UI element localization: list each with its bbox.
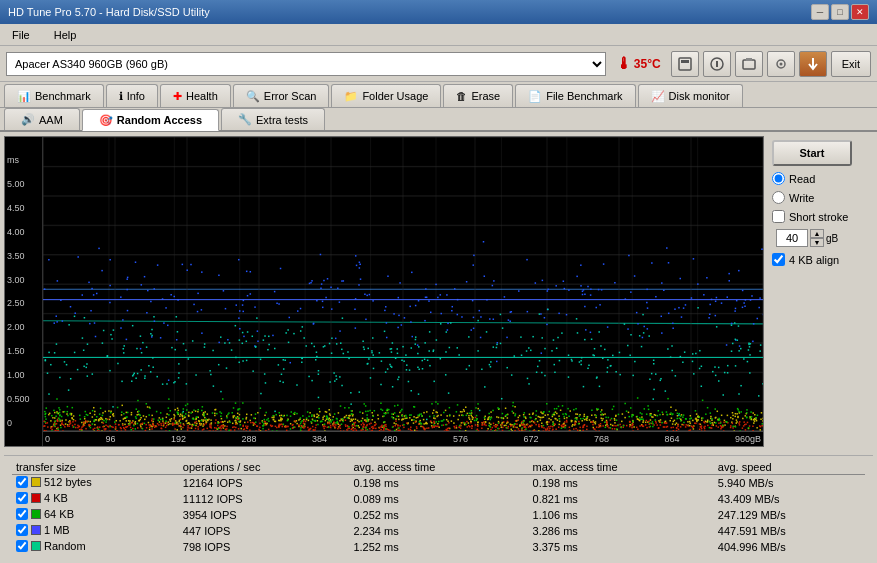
read-radio-row: Read [772,172,869,185]
short-stroke-row: Short stroke [772,210,869,223]
erase-icon: 🗑 [456,90,467,102]
col-avg-speed: avg. speed [714,460,865,475]
tab-info[interactable]: ℹ Info [106,84,158,107]
aam-icon: 🔊 [21,113,35,126]
y-label-1: 1.00 [7,370,40,380]
tab-extra-tests[interactable]: 🔧 Extra tests [221,108,325,130]
menu-bar: File Help [0,24,877,46]
y-label-2: 2.00 [7,322,40,332]
y-label-0: 0 [7,418,40,428]
icon-btn-3[interactable] [735,51,763,77]
cell-ops-1: 11112 IOPS [179,491,350,507]
file-benchmark-icon: 📄 [528,90,542,103]
svg-rect-4 [743,60,755,69]
y-label-05: 0.500 [7,394,40,404]
spin-up[interactable]: ▲ [810,229,824,238]
x-label-480: 480 [382,434,397,444]
short-stroke-value[interactable] [776,229,808,247]
cell-ops-2: 3954 IOPS [179,507,350,523]
exit-button[interactable]: Exit [831,51,871,77]
chart-area: ms 5.00 4.50 4.00 3.50 3.00 2.50 2.00 1.… [4,136,764,447]
folder-icon: 📁 [344,90,358,103]
cell-max-1: 0.821 ms [529,491,714,507]
temperature-display: 🌡 35°C [610,55,667,73]
bottom-area: transfer size operations / sec avg. acce… [4,455,873,559]
tab-folder-usage[interactable]: 📁 Folder Usage [331,84,441,107]
minimize-button[interactable]: ─ [811,4,829,20]
tab-erase[interactable]: 🗑 Erase [443,84,513,107]
cell-label-4: Random [12,539,179,555]
col-ops: operations / sec [179,460,350,475]
icon-btn-4[interactable] [767,51,795,77]
maximize-button[interactable]: □ [831,4,849,20]
menu-file[interactable]: File [8,28,34,42]
start-button[interactable]: Start [772,140,852,166]
cell-speed-4: 404.996 MB/s [714,539,865,555]
cell-max-2: 1.106 ms [529,507,714,523]
y-axis: ms 5.00 4.50 4.00 3.50 3.00 2.50 2.00 1.… [5,137,43,446]
table-body: 512 bytes 12164 IOPS 0.198 ms 0.198 ms 5… [12,475,865,556]
short-stroke-spinner: ▲ ▼ [810,229,824,247]
cell-speed-0: 5.940 MB/s [714,475,865,492]
write-radio[interactable] [772,191,785,204]
close-button[interactable]: ✕ [851,4,869,20]
y-label-4: 4.00 [7,227,40,237]
x-label-768: 768 [594,434,609,444]
y-label-15: 1.50 [7,346,40,356]
error-scan-icon: 🔍 [246,90,260,103]
disk-monitor-icon: 📈 [651,90,665,103]
benchmark-icon: 📊 [17,90,31,103]
drive-select[interactable]: Apacer AS340 960GB (960 gB) [6,52,606,76]
icon-btn-2[interactable] [703,51,731,77]
col-max-access: max. access time [529,460,714,475]
tab-random-access[interactable]: 🎯 Random Access [82,109,219,131]
tab-benchmark[interactable]: 📊 Benchmark [4,84,104,107]
read-radio[interactable] [772,172,785,185]
y-label-25: 2.50 [7,298,40,308]
col-avg-access: avg. access time [349,460,528,475]
spin-down[interactable]: ▼ [810,238,824,247]
row-checkbox-2[interactable] [16,508,28,520]
table-row: 512 bytes 12164 IOPS 0.198 ms 0.198 ms 5… [12,475,865,492]
menu-help[interactable]: Help [50,28,81,42]
table-row: 4 KB 11112 IOPS 0.089 ms 0.821 ms 43.409… [12,491,865,507]
title-bar: HD Tune Pro 5.70 - Hard Disk/SSD Utility… [0,0,877,24]
write-radio-row: Write [772,191,869,204]
short-stroke-label: Short stroke [789,211,848,223]
x-label-192: 192 [171,434,186,444]
tab-disk-monitor[interactable]: 📈 Disk monitor [638,84,743,107]
row-checkbox-1[interactable] [16,492,28,504]
row-checkbox-4[interactable] [16,540,28,552]
x-label-0: 0 [45,434,50,444]
cell-label-2: 64 KB [12,507,179,523]
cell-label-3: 1 MB [12,523,179,539]
thermometer-icon: 🌡 [616,55,632,73]
x-label-288: 288 [241,434,256,444]
y-label-45: 4.50 [7,203,40,213]
cell-speed-3: 447.591 MB/s [714,523,865,539]
tab-error-scan[interactable]: 🔍 Error Scan [233,84,330,107]
svg-rect-1 [681,60,689,63]
cell-ops-0: 12164 IOPS [179,475,350,492]
row-checkbox-3[interactable] [16,524,28,536]
icon-btn-1[interactable] [671,51,699,77]
cell-speed-1: 43.409 MB/s [714,491,865,507]
align-row: 4 KB align [772,253,869,266]
cell-max-0: 0.198 ms [529,475,714,492]
tab-health[interactable]: ✚ Health [160,84,231,107]
row-checkbox-0[interactable] [16,476,28,488]
health-icon: ✚ [173,90,182,103]
tab-aam[interactable]: 🔊 AAM [4,108,80,130]
tabs-row1: 📊 Benchmark ℹ Info ✚ Health 🔍 Error Scan… [0,82,877,108]
table-row: 1 MB 447 IOPS 2.234 ms 3.286 ms 447.591 … [12,523,865,539]
cell-avg-3: 2.234 ms [349,523,528,539]
cell-max-3: 3.286 ms [529,523,714,539]
icon-btn-5[interactable] [799,51,827,77]
cell-avg-1: 0.089 ms [349,491,528,507]
short-stroke-checkbox[interactable] [772,210,785,223]
tab-file-benchmark[interactable]: 📄 File Benchmark [515,84,635,107]
cell-avg-4: 1.252 ms [349,539,528,555]
align-checkbox[interactable] [772,253,785,266]
align-label: 4 KB align [789,254,839,266]
short-stroke-input-row: ▲ ▼ gB [776,229,869,247]
